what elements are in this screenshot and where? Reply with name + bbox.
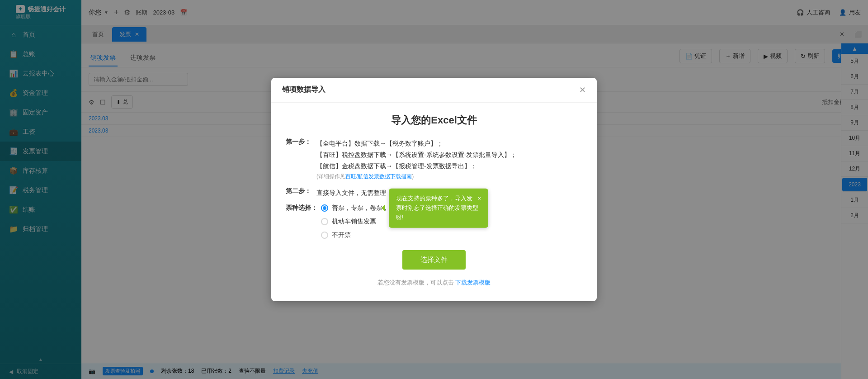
modal-overlay: 销项数据导入 ✕ 导入您的Excel文件 第一步： 【全电平台】数据下载→【税务… [0,0,868,379]
tooltip-box: × 现在支持的票种多了，导入发票时别忘了选择正确的发票类型呀! [389,189,488,227]
radio-no-ticket[interactable]: 不开票 [321,231,484,239]
modal-close-btn[interactable]: ✕ [579,85,586,95]
step2-content: 直接导入文件，无需整理 [316,187,386,199]
step2-label: 第二步： [286,187,313,199]
import-modal: 销项数据导入 ✕ 导入您的Excel文件 第一步： 【全电平台】数据下载→【税务… [271,78,597,301]
tooltip-close-btn[interactable]: × [477,194,481,204]
step1-link[interactable]: 百旺/航信发票数据下载指南 [345,173,412,180]
radio-group: 普票，专票，卷票，通行费发票，农产品销售发票 × 现在支持的票种多了，导入发票时… [321,204,484,245]
modal-main-title: 导入您的Excel文件 [286,114,582,127]
modal-title: 销项数据导入 [282,85,326,95]
step1-hint-wrapper: (详细操作见百旺/航信发票数据下载指南) [316,172,517,182]
ticket-selection-row: 票种选择： 普票，专票，卷票，通行费发票，农产品销售发票 × 现在支持的票种多了… [286,204,582,245]
modal-body: 导入您的Excel文件 第一步： 【全电平台】数据下载→【税务数字账户】； 【百… [271,103,597,301]
step1-hint-prefix: (详细操作见 [316,173,345,180]
modal-header: 销项数据导入 ✕ [271,78,597,103]
select-file-wrapper: 选择文件 [286,250,582,270]
step1-line3: 【航信】金税盘数据下载→【报税管理-发票数据导出】； [316,161,517,172]
step1-content: 【全电平台】数据下载→【税务数字账户】； 【百旺】税控盘数据下载→【系统设置-系… [316,138,517,182]
step1-row: 第一步： 【全电平台】数据下载→【税务数字账户】； 【百旺】税控盘数据下载→【系… [286,138,582,182]
select-file-button[interactable]: 选择文件 [402,250,466,270]
radio-circle-motor [321,218,328,225]
step1-line2: 【百旺】税控盘数据下载→【系统设置-系统参数设置-发票批量导入】； [316,149,517,161]
ticket-label: 票种选择： [286,204,317,245]
step1-label: 第一步： [286,138,313,182]
step1-line1: 【全电平台】数据下载→【税务数字账户】； [316,138,517,149]
modal-footer: 若您没有发票模版，可以点击 下载发票模版 [286,279,582,287]
radio-circle-no-ticket [321,232,328,239]
download-template-link[interactable]: 下载发票模版 [455,279,491,286]
radio-circle-normal [321,204,328,212]
radio-normal[interactable]: 普票，专票，卷票，通行费发票，农产品销售发票 × 现在支持的票种多了，导入发票时… [321,204,484,212]
